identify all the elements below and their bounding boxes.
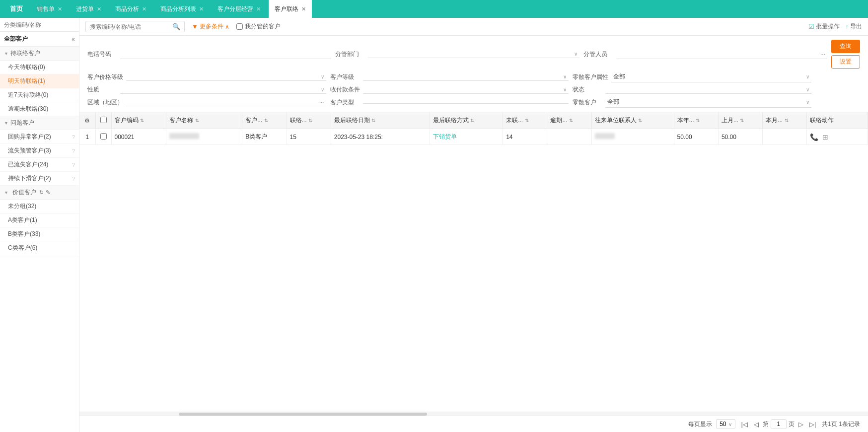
nav-product-analysis-list[interactable]: 商品分析列表 ✕ bbox=[154, 0, 210, 18]
table-header-row: ⚙ 客户编码 ⇅ 客户名称 ⇅ bbox=[79, 112, 868, 129]
sort-last-date-icon[interactable]: ⇅ bbox=[371, 118, 375, 123]
retail-attr-select[interactable]: 全部 ∨ bbox=[611, 72, 811, 82]
close-product-analysis-icon[interactable]: ✕ bbox=[142, 6, 146, 12]
last-contact-method-link[interactable]: 下销货单 bbox=[433, 133, 457, 140]
price-level-select[interactable]: ∨ bbox=[126, 73, 326, 81]
query-button[interactable]: 查询 bbox=[831, 40, 860, 53]
nav-purchase-order[interactable]: 进货单 ✕ bbox=[70, 0, 107, 18]
search-submit-icon[interactable]: 🔍 bbox=[172, 23, 180, 30]
nav-sales-order[interactable]: 销售单 ✕ bbox=[31, 0, 68, 18]
search-input[interactable] bbox=[90, 23, 170, 30]
row-checkbox[interactable] bbox=[100, 133, 107, 140]
person-select[interactable]: ··· bbox=[616, 50, 827, 59]
sidebar-item-ungrouped[interactable]: 未分组(32) bbox=[0, 200, 79, 214]
row-action-buttons: 📞 ⊞ bbox=[810, 133, 865, 141]
grid-action-icon[interactable]: ⊞ bbox=[822, 133, 828, 141]
next-page-button[interactable]: ▷ bbox=[796, 420, 805, 429]
sort-name-icon[interactable]: ⇅ bbox=[195, 118, 199, 123]
sort-overdue-icon[interactable]: ⇅ bbox=[569, 118, 573, 123]
person-dots-icon[interactable]: ··· bbox=[820, 51, 825, 58]
batch-op-button[interactable]: ☑ 批量操作 bbox=[808, 22, 840, 31]
sidebar-group-value[interactable]: 价值客户 ↻ ✎ bbox=[0, 186, 79, 200]
filter-icon: ▼ bbox=[192, 23, 198, 30]
filter-row-2: 客户价格等级 ∨ 客户等级 ∨ 零散客户属性 全部 bbox=[87, 72, 860, 82]
sort-unit-contact-icon[interactable]: ⇅ bbox=[638, 118, 642, 123]
close-purchase-order-icon[interactable]: ✕ bbox=[97, 6, 101, 12]
filter-row-1: 电话号码 分管部门 ∨ 分管人员 ··· bbox=[87, 40, 860, 69]
sidebar-search-bar[interactable]: 🔍 bbox=[0, 18, 79, 32]
sort-category-icon[interactable]: ⇅ bbox=[264, 118, 268, 123]
select-all-checkbox[interactable] bbox=[100, 117, 107, 123]
close-product-analysis-list-icon[interactable]: ✕ bbox=[199, 6, 204, 12]
nature-select[interactable]: ∨ bbox=[120, 86, 326, 94]
sort-last-method-icon[interactable]: ⇅ bbox=[470, 118, 474, 123]
cell-checkbox bbox=[95, 129, 111, 145]
nav-home[interactable]: 首页 bbox=[4, 0, 29, 18]
phone-action-icon[interactable]: 📞 bbox=[810, 133, 818, 141]
area-dots-icon[interactable]: ··· bbox=[319, 99, 324, 106]
area-select[interactable]: ··· bbox=[126, 98, 326, 107]
phone-input[interactable] bbox=[120, 50, 331, 59]
nav-customer-contact[interactable]: 客户联络 ✕ bbox=[269, 0, 312, 18]
col-name: 客户名称 ⇅ bbox=[166, 112, 242, 129]
sidebar-item-declining[interactable]: 持续下滑客户(2) ? bbox=[0, 172, 79, 186]
page-number-input[interactable] bbox=[771, 419, 787, 429]
filter-cell-retail-customer: 零散客户 全部 ∨ bbox=[573, 97, 811, 108]
sort-code-icon[interactable]: ⇅ bbox=[140, 118, 144, 123]
my-customers-checkbox-label[interactable]: 我分管的客户 bbox=[236, 22, 281, 31]
sort-last-month-icon[interactable]: ⇅ bbox=[740, 118, 744, 123]
my-customers-checkbox[interactable] bbox=[236, 23, 243, 30]
close-customer-tiering-icon[interactable]: ✕ bbox=[256, 6, 261, 12]
sort-this-month-icon[interactable]: ⇅ bbox=[785, 118, 789, 123]
search-toolbar: 🔍 ▼ 更多条件 ∧ 我分管的客户 ☑ 批量操作 ↑ 导出 bbox=[79, 18, 868, 36]
nav-product-analysis[interactable]: 商品分析 ✕ bbox=[109, 0, 152, 18]
customer-name-blurred bbox=[169, 133, 199, 139]
sidebar-item-7days-pending[interactable]: 近7天待联络(0) bbox=[0, 88, 79, 102]
dept-select[interactable]: ∨ bbox=[368, 50, 579, 58]
status-select[interactable]: ∨ bbox=[605, 86, 811, 94]
all-customers-header[interactable]: 全部客户 « bbox=[0, 32, 79, 47]
per-page-select[interactable]: 50 ∨ bbox=[716, 419, 735, 429]
first-page-button[interactable]: |◁ bbox=[739, 420, 750, 429]
customer-level-select[interactable]: ∨ bbox=[363, 73, 569, 81]
nav-customer-tiering[interactable]: 客户分层经营 ✕ bbox=[212, 0, 267, 18]
sidebar-group-problem[interactable]: 问题客户 bbox=[0, 116, 79, 130]
sidebar-item-abnormal-repurchase[interactable]: 回购异常客户(2) ? bbox=[0, 130, 79, 144]
gear-icon[interactable]: ⚙ bbox=[84, 117, 90, 124]
sidebar-item-churn-warning[interactable]: 流失预警客户(3) ? bbox=[0, 144, 79, 158]
last-page-button[interactable]: ▷| bbox=[807, 420, 818, 429]
col-contact: 联络... ⇅ bbox=[287, 112, 331, 129]
edit-icon[interactable]: ✎ bbox=[46, 189, 50, 196]
more-filter-button[interactable]: ▼ 更多条件 ∧ bbox=[189, 21, 232, 32]
refresh-icon[interactable]: ↻ bbox=[39, 189, 44, 196]
table-footer: 每页显示 50 ∨ |◁ ◁ 第 页 ▷ ▷| 共1页 1条记录 bbox=[79, 416, 868, 432]
sidebar-item-a-class[interactable]: A类客户(1) bbox=[0, 214, 79, 227]
sidebar-item-churned[interactable]: 已流失客户(24) ? bbox=[0, 158, 79, 172]
sidebar-group-pending[interactable]: 待联络客户 bbox=[0, 47, 79, 61]
horizontal-scrollbar[interactable] bbox=[79, 412, 868, 416]
top-navigation: 首页 销售单 ✕ 进货单 ✕ 商品分析 ✕ 商品分析列表 ✕ 客户分层经营 ✕ … bbox=[0, 0, 868, 18]
sort-contact-icon[interactable]: ⇅ bbox=[308, 118, 312, 123]
per-page-label: 每页显示 bbox=[688, 420, 712, 429]
sidebar-item-today-pending[interactable]: 今天待联络(0) bbox=[0, 61, 79, 74]
close-sales-order-icon[interactable]: ✕ bbox=[58, 6, 62, 12]
payment-select[interactable]: ∨ bbox=[363, 86, 569, 94]
sidebar-item-tomorrow-pending[interactable]: 明天待联络(1) bbox=[0, 74, 79, 88]
sidebar-item-overdue-pending[interactable]: 逾期未联络(30) bbox=[0, 102, 79, 116]
scrollbar-thumb[interactable] bbox=[179, 413, 427, 416]
search-input-wrap[interactable]: 🔍 bbox=[85, 21, 185, 32]
filter-cell-payment: 收付款条件 ∨ bbox=[330, 85, 569, 94]
cell-last-contact-date: 2023-05-23 18:25: bbox=[331, 129, 430, 145]
sidebar-item-b-class[interactable]: B类客户(33) bbox=[0, 227, 79, 241]
sidebar-search-input[interactable] bbox=[4, 21, 78, 28]
sort-this-year-icon[interactable]: ⇅ bbox=[696, 118, 700, 123]
settings-button[interactable]: 设置 bbox=[831, 55, 860, 69]
sidebar-item-c-class[interactable]: C类客户(6) bbox=[0, 241, 79, 255]
close-customer-contact-icon[interactable]: ✕ bbox=[301, 6, 306, 12]
retail-customer-select[interactable]: 全部 ∨ bbox=[605, 97, 811, 108]
export-button[interactable]: ↑ 导出 bbox=[846, 22, 863, 31]
customer-type-select[interactable] bbox=[363, 101, 569, 104]
phone-label: 电话号码 bbox=[87, 50, 117, 59]
prev-page-button[interactable]: ◁ bbox=[752, 420, 761, 429]
sort-not-contacted-icon[interactable]: ⇅ bbox=[525, 118, 529, 123]
